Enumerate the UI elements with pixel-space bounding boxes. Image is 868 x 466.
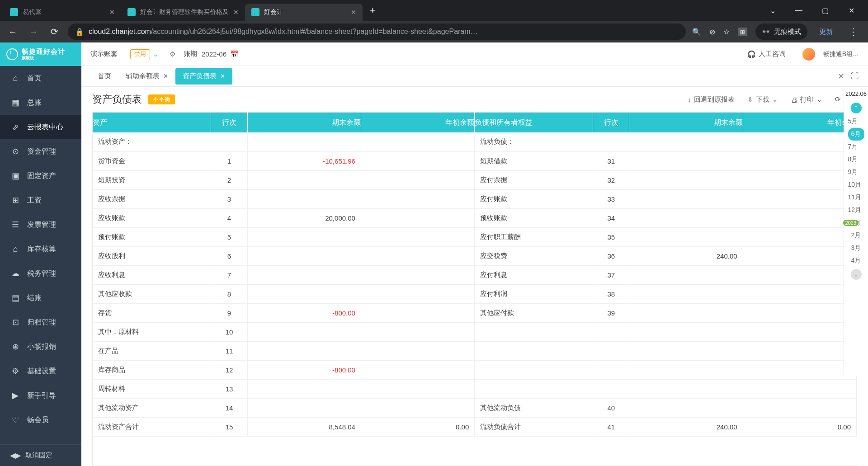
sidebar-item[interactable]: ⊡归档管理	[0, 310, 81, 334]
table-row[interactable]: 应收利息7应付利息37	[93, 265, 857, 284]
table-row[interactable]: 应收票据3应付账款33	[93, 189, 857, 208]
month-item[interactable]: 12月	[848, 204, 864, 217]
minimize-icon[interactable]: —	[786, 1, 812, 19]
th-asset: 资产	[93, 113, 211, 132]
close-icon[interactable]: ✕	[233, 9, 239, 16]
year-label[interactable]: 2022.06	[845, 90, 867, 97]
brand-logo[interactable]: 畅捷通好会计 旗舰版	[0, 42, 81, 66]
month-item[interactable]: 5月	[848, 115, 864, 128]
table-row[interactable]: 周转材料13	[93, 379, 857, 398]
puzzle-icon[interactable]: ⊞	[738, 28, 747, 36]
table-row[interactable]: 在产品11	[93, 341, 857, 360]
period-value[interactable]: 2022-06	[202, 50, 226, 58]
back-icon[interactable]: ←	[5, 24, 20, 39]
app-root: 畅捷通好会计 旗舰版 ⌂首页▦总账⬀云报表中心⊙资金管理▣固定资产⊞工资☰发票管…	[0, 42, 868, 466]
user-label[interactable]: 畅捷通B组…	[823, 50, 859, 58]
fullscreen-icon[interactable]: ⛶	[851, 71, 859, 81]
zoom-icon[interactable]: 🔍	[692, 28, 701, 36]
sidebar-item[interactable]: ⊛小畅报销	[0, 334, 81, 359]
kebab-menu-icon[interactable]: ⋮	[844, 26, 863, 37]
month-item[interactable]: 11月	[848, 191, 864, 204]
incognito-badge[interactable]: 👓 无痕模式	[755, 24, 807, 40]
close-icon[interactable]: ✕	[109, 9, 115, 16]
chevron-down-icon[interactable]: ⌄	[153, 50, 159, 58]
sidebar-item[interactable]: ⚙基础设置	[0, 359, 81, 383]
close-icon[interactable]: ✕	[163, 73, 168, 80]
forward-icon[interactable]: →	[26, 24, 41, 39]
gear-icon[interactable]: ⚙	[170, 50, 175, 58]
sidebar-item[interactable]: ☰发票管理	[0, 212, 81, 237]
table-row[interactable]: 应收股利6应交税费36240.00	[93, 246, 857, 265]
table-row[interactable]: 应收账款420,000.00预收账款34	[93, 208, 857, 227]
table-row[interactable]: 流动资产：流动负债：	[93, 132, 857, 151]
sidebar-item[interactable]: ▣固定资产	[0, 164, 81, 188]
table-row[interactable]: 其他应收款8应付利润38	[93, 284, 857, 303]
rollback-button[interactable]: ↓回退到原报表	[688, 95, 735, 104]
sidebar-item[interactable]: ▦总账	[0, 90, 81, 115]
sidebar-item[interactable]: ⊞工资	[0, 188, 81, 212]
page-tab[interactable]: 首页	[90, 68, 118, 85]
table-row[interactable]: 预付账款5应付职工薪酬35	[93, 227, 857, 246]
sidebar-item[interactable]: ⌂库存核算	[0, 237, 81, 261]
disable-tag[interactable]: 禁用	[130, 49, 150, 59]
extension-icon[interactable]: ⊘	[709, 28, 715, 36]
reload-icon[interactable]: ⟳	[47, 24, 61, 39]
close-icon[interactable]: ✕	[351, 9, 356, 16]
cell-begin	[361, 227, 474, 246]
new-tab-button[interactable]: +	[363, 5, 383, 16]
month-item[interactable]: 2月	[851, 229, 861, 242]
page-tab[interactable]: 资产负债表✕	[175, 68, 232, 85]
month-item[interactable]: 10月	[848, 179, 864, 191]
sidebar-item[interactable]: ⌂首页	[0, 66, 81, 90]
month-item[interactable]: 3月	[851, 242, 861, 254]
close-window-icon[interactable]: ✕	[838, 1, 864, 19]
table-row[interactable]: 库存商品12-800.00	[93, 360, 857, 379]
cell-begin	[361, 322, 474, 341]
table-row[interactable]: 货币资金1-10,651.96短期借款31	[93, 151, 857, 170]
browser-tab-active[interactable]: 好会计 ✕	[245, 4, 363, 21]
account-name[interactable]: 演示账套	[90, 50, 118, 58]
close-all-icon[interactable]: ✕	[838, 71, 844, 81]
month-item[interactable]: 7月	[848, 141, 864, 153]
sidebar-item[interactable]: ▤结账	[0, 286, 81, 310]
cell-begin	[361, 132, 474, 151]
table-scroll[interactable]: 资产 行次 期末余额 年初余额 负债和所有者权益 行次 期末余额 年初余额 流动…	[92, 112, 857, 466]
sidebar-item[interactable]: ▶新手引导	[0, 383, 81, 408]
table-row[interactable]: 流动资产合计158,548.040.00流动负债合计41240.000.00	[93, 417, 857, 436]
calendar-icon[interactable]: 📅	[230, 50, 239, 58]
cell-row2	[593, 360, 629, 379]
download-button[interactable]: ⇩下载⌄	[747, 95, 778, 104]
cell-row2: 33	[593, 189, 629, 208]
table-row[interactable]: 短期投资2应付票据32	[93, 170, 857, 189]
url-input[interactable]: 🔒 cloud2.chanjet.com/accounting/uh26t264…	[68, 24, 686, 40]
sidebar-item[interactable]: ☁税务管理	[0, 261, 81, 286]
th-begin2: 年初余额	[743, 113, 856, 132]
avatar[interactable]	[802, 48, 815, 61]
star-icon[interactable]: ☆	[723, 28, 730, 36]
sidebar-item[interactable]: ⬀云报表中心	[0, 115, 81, 139]
sidebar-item[interactable]: ♡畅会员	[0, 408, 81, 432]
month-item[interactable]: 8月	[848, 153, 864, 166]
cell-liab: 预收账款	[475, 208, 593, 227]
table-row[interactable]: 其他流动资产14其他流动负债40	[93, 398, 857, 417]
th-end: 期末余额	[247, 113, 361, 132]
month-item[interactable]: 4月	[851, 254, 861, 267]
browser-tab[interactable]: 好会计财务管理软件购买价格及 ✕	[121, 4, 245, 21]
close-icon[interactable]: ✕	[220, 73, 225, 80]
maximize-icon[interactable]: ▢	[812, 1, 838, 19]
table-row[interactable]: 其中：原材料10	[93, 322, 857, 341]
scroll-up-icon[interactable]: ⌃	[851, 103, 862, 113]
month-item[interactable]: 9月	[848, 166, 864, 179]
print-button[interactable]: 🖨打印⌄	[791, 95, 822, 104]
update-button[interactable]: 更新	[816, 28, 836, 36]
unpin-button[interactable]: ◀▶ 取消固定	[0, 444, 81, 466]
table-row[interactable]: 存货9-800.00其他应付款39	[93, 303, 857, 322]
sidebar-item[interactable]: ⊙资金管理	[0, 139, 81, 164]
month-item[interactable]: 6月	[848, 128, 864, 141]
refresh-icon: ⟳	[835, 95, 841, 104]
scroll-down-icon[interactable]: ⌄	[851, 269, 862, 280]
chevron-down-icon[interactable]: ⌄	[760, 1, 786, 19]
page-tab[interactable]: 辅助余额表✕	[118, 68, 175, 85]
browser-tab[interactable]: 易代账 ✕	[4, 4, 121, 21]
support-button[interactable]: 🎧 人工咨询	[747, 50, 786, 58]
